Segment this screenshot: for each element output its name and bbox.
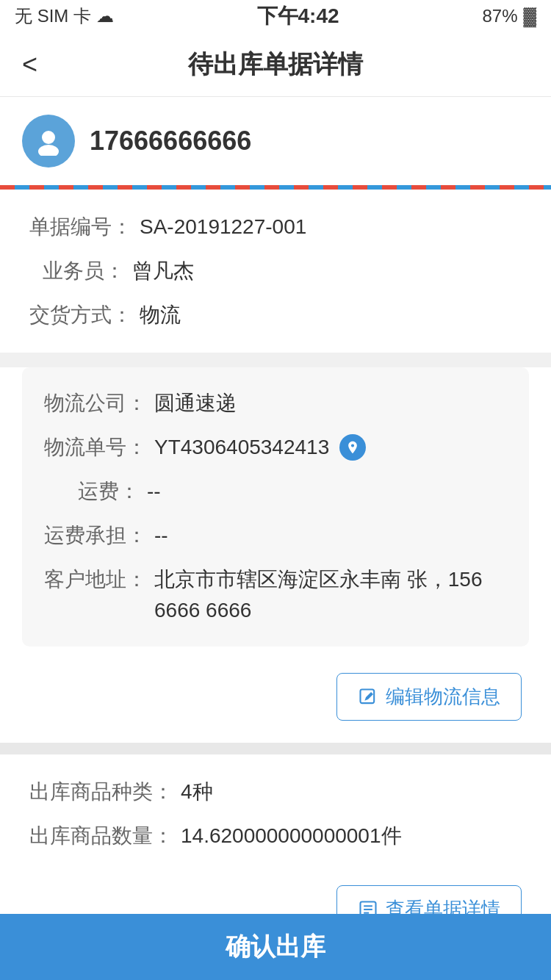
- salesperson-row: 业务员： 曾凡杰: [29, 256, 522, 287]
- logistics-number-value: YT4306405342413: [154, 432, 507, 463]
- customer-address-row: 客户地址： 北京市市辖区海淀区永丰南 张，156 6666 6666: [44, 564, 507, 626]
- delivery-method-row: 交货方式： 物流: [29, 300, 522, 331]
- logistics-number-row: 物流单号： YT4306405342413: [44, 432, 507, 463]
- status-right: 87% ▓: [482, 6, 536, 26]
- customer-header: 17666666666: [0, 97, 551, 185]
- status-bar: 无 SIM 卡 ☁ 下午4:42 87% ▓: [0, 0, 551, 32]
- order-number-value: SA-20191227-001: [140, 212, 522, 242]
- logistics-company-value: 圆通速递: [154, 388, 507, 419]
- logistics-number-label: 物流单号：: [44, 432, 154, 463]
- product-types-value: 4种: [181, 777, 522, 807]
- order-info-card: 单据编号： SA-20191227-001 业务员： 曾凡杰 交货方式： 物流: [0, 190, 551, 353]
- logistics-company-row: 物流公司： 圆通速递: [44, 388, 507, 419]
- delivery-method-value: 物流: [140, 300, 522, 331]
- edit-btn-row: 编辑物流信息: [0, 661, 551, 743]
- page-title: 待出库单据详情: [188, 48, 363, 82]
- confirm-button-area[interactable]: 确认出库: [0, 914, 551, 980]
- back-button[interactable]: <: [22, 49, 66, 80]
- salesperson-value: 曾凡杰: [132, 256, 522, 287]
- freight-value: --: [147, 476, 507, 507]
- logistics-company-label: 物流公司：: [44, 388, 154, 419]
- product-quantity-value: 14.620000000000001件: [181, 821, 522, 851]
- freight-bearer-row: 运费承担： --: [44, 520, 507, 551]
- delivery-method-label: 交货方式：: [29, 300, 140, 331]
- freight-label: 运费：: [44, 476, 147, 507]
- order-number-row: 单据编号： SA-20191227-001: [29, 212, 522, 242]
- product-types-label: 出库商品种类：: [29, 777, 181, 807]
- product-quantity-label: 出库商品数量：: [29, 821, 181, 851]
- logistics-card: 物流公司： 圆通速递 物流单号： YT4306405342413 运费： -- …: [22, 367, 529, 646]
- freight-bearer-label: 运费承担：: [44, 520, 154, 551]
- customer-phone: 17666666666: [90, 126, 251, 156]
- edit-logistics-button[interactable]: 编辑物流信息: [336, 673, 522, 721]
- status-time: 下午4:42: [257, 2, 339, 30]
- salesperson-label: 业务员：: [29, 256, 132, 287]
- nav-bar: < 待出库单据详情: [0, 32, 551, 97]
- freight-bearer-value: --: [154, 520, 507, 551]
- battery-icon: ▓: [523, 6, 536, 26]
- freight-row: 运费： --: [44, 476, 507, 507]
- product-types-row: 出库商品种类： 4种: [29, 777, 522, 807]
- customer-address-label: 客户地址：: [44, 564, 154, 595]
- battery-label: 87%: [482, 6, 517, 26]
- avatar: [22, 115, 75, 167]
- product-card: 出库商品种类： 4种 出库商品数量： 14.620000000000001件: [0, 754, 551, 873]
- edit-logistics-label: 编辑物流信息: [386, 684, 500, 710]
- location-icon[interactable]: [339, 434, 366, 461]
- svg-point-1: [38, 145, 59, 156]
- status-left: 无 SIM 卡 ☁: [15, 4, 114, 28]
- order-number-label: 单据编号：: [29, 212, 140, 242]
- customer-address-value: 北京市市辖区海淀区永丰南 张，156 6666 6666: [154, 564, 507, 626]
- logistics-section: 物流公司： 圆通速递 物流单号： YT4306405342413 运费： -- …: [0, 367, 551, 743]
- confirm-button-label: 确认出库: [226, 930, 325, 964]
- product-quantity-row: 出库商品数量： 14.620000000000001件: [29, 821, 522, 851]
- sim-label: 无 SIM 卡 ☁: [15, 4, 114, 28]
- section-divider: [0, 743, 551, 754]
- svg-point-0: [42, 131, 55, 144]
